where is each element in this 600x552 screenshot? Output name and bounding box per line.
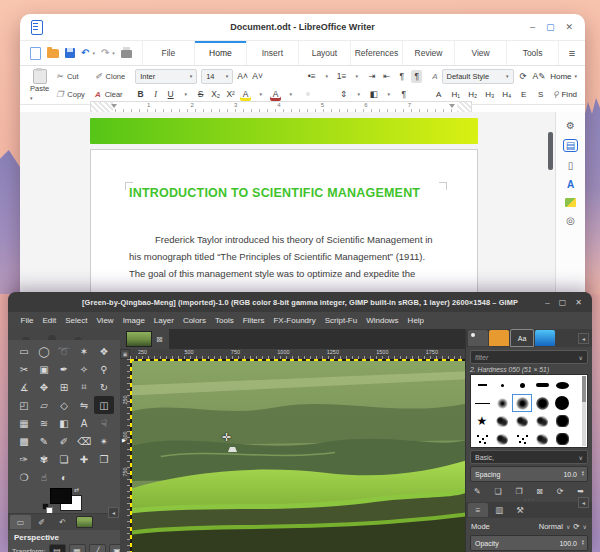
- menu-filters[interactable]: Filters: [238, 316, 269, 325]
- edit-brush-button[interactable]: ✎: [474, 487, 481, 496]
- opacity-spinner[interactable]: ▴▾: [579, 540, 587, 545]
- gimp-titlebar[interactable]: [Green-by-Qingbao-Meng] (imported)-1.0 (…: [8, 292, 592, 312]
- paintbrush-tool[interactable]: ✐: [54, 432, 74, 450]
- seamless-clone-tool[interactable]: ☟: [94, 414, 114, 432]
- transform-layer-button[interactable]: ▤: [49, 544, 66, 552]
- font-color-dropdown[interactable]: ▾: [285, 88, 296, 101]
- strikethrough-button[interactable]: S: [195, 88, 206, 101]
- brush-item[interactable]: [512, 412, 532, 430]
- decrease-indent-button[interactable]: ⇤: [381, 70, 392, 83]
- menu-layer[interactable]: Layer: [149, 316, 178, 325]
- undo-button[interactable]: ↶: [81, 48, 89, 58]
- sidebar-styles-icon[interactable]: A: [567, 179, 574, 190]
- brush-filter-input[interactable]: filter ∨: [470, 350, 588, 364]
- menu-script-fu[interactable]: Script-Fu: [320, 316, 361, 325]
- warp-transform-tool[interactable]: ≋: [34, 414, 54, 432]
- channels-tab[interactable]: ▥: [489, 503, 509, 517]
- find-button[interactable]: ⚲Find: [550, 86, 577, 102]
- tab-tools[interactable]: Tools: [506, 41, 558, 65]
- brush-item[interactable]: [532, 376, 552, 394]
- menu-view[interactable]: View: [92, 316, 118, 325]
- paths-tool[interactable]: ✒: [54, 360, 74, 378]
- menu-file[interactable]: File: [16, 316, 38, 325]
- patterns-tab[interactable]: [489, 330, 509, 346]
- transform-selection-button[interactable]: ▦: [69, 544, 86, 552]
- copy-button[interactable]: ❐Copy: [56, 86, 85, 102]
- rotate-tool[interactable]: ↻: [94, 378, 114, 396]
- gradient-tool[interactable]: ▩: [14, 432, 34, 450]
- tab-references[interactable]: References: [350, 41, 402, 65]
- brush-item[interactable]: [472, 394, 492, 412]
- foreground-color-swatch[interactable]: [50, 488, 72, 504]
- tab-insert[interactable]: Insert: [246, 41, 298, 65]
- document-area[interactable]: INTRODUCTION TO SCIENTIFIC MANAGEMENT Fr…: [20, 112, 555, 296]
- paragraph-settings-button[interactable]: ¶: [398, 88, 409, 101]
- brush-list-scrollbar[interactable]: [582, 376, 586, 446]
- crop-tool[interactable]: ⌗: [74, 378, 94, 396]
- brush-item[interactable]: [552, 412, 572, 430]
- ruler-corner-button[interactable]: ▣: [120, 349, 130, 359]
- update-style-button[interactable]: ⟳: [518, 70, 529, 83]
- writer-vertical-scrollbar[interactable]: [548, 132, 553, 170]
- save-button[interactable]: [65, 48, 75, 58]
- transform-path-button[interactable]: ╱: [89, 544, 106, 552]
- increase-font-size-button[interactable]: A˄: [237, 70, 248, 83]
- handle-transform-tool[interactable]: ◇: [54, 396, 74, 414]
- gimp-close-button[interactable]: ✕: [575, 298, 582, 307]
- select-by-color-tool[interactable]: ❖: [94, 342, 114, 360]
- gimp-minimize-button[interactable]: –: [545, 298, 549, 307]
- tab-layout[interactable]: Layout: [298, 41, 350, 65]
- print-button[interactable]: [121, 50, 132, 58]
- menu-tools[interactable]: Tools: [211, 316, 239, 325]
- scale-tool[interactable]: ◰: [14, 396, 34, 414]
- numbered-list-button[interactable]: 1≡: [336, 70, 347, 83]
- blur-sharpen-tool[interactable]: ❍: [14, 468, 34, 486]
- dodge-burn-tool[interactable]: ◐: [54, 468, 74, 486]
- brush-item[interactable]: [552, 394, 572, 412]
- document-page[interactable]: INTRODUCTION TO SCIENTIFIC MANAGEMENT Fr…: [90, 149, 478, 296]
- brush-hardness-050[interactable]: [512, 394, 532, 412]
- mode-switch-chevron-icon[interactable]: ∨: [583, 523, 587, 530]
- refresh-brushes-button[interactable]: ⟳: [557, 487, 564, 496]
- clone-formatting-button[interactable]: ✐Clone: [95, 68, 125, 84]
- tab-review[interactable]: Review: [402, 41, 454, 65]
- clear-formatting-button[interactable]: AClear: [95, 86, 125, 102]
- menu-colors[interactable]: Colors: [178, 316, 210, 325]
- bucket-fill-tool[interactable]: ◧: [54, 414, 74, 432]
- scissors-select-tool[interactable]: ✂: [14, 360, 34, 378]
- layers-dock-menu-button[interactable]: ◂: [578, 497, 589, 508]
- brush-item[interactable]: [492, 394, 512, 412]
- highlight-color-dropdown[interactable]: ▾: [255, 88, 266, 101]
- gimp-restore-button[interactable]: ▢: [559, 298, 567, 307]
- align-right-button[interactable]: [322, 92, 326, 96]
- redo-dropdown[interactable]: ▾: [112, 51, 115, 56]
- bullet-list-dropdown[interactable]: ▾: [321, 70, 332, 83]
- ellipse-select-tool[interactable]: ◯: [34, 342, 54, 360]
- tab-view[interactable]: View: [454, 41, 506, 65]
- menu-fx-foundry[interactable]: FX-Foundry: [269, 316, 320, 325]
- edit-style-button[interactable]: A✎: [533, 70, 546, 83]
- bold-button[interactable]: B: [135, 88, 146, 101]
- highlight-color-button[interactable]: A: [240, 88, 251, 101]
- clone-tool[interactable]: ❏: [54, 450, 74, 468]
- brush-item[interactable]: [532, 430, 552, 448]
- menu-help[interactable]: Help: [403, 316, 428, 325]
- font-color-button[interactable]: A: [270, 88, 281, 101]
- flip-tool[interactable]: ⇋: [74, 396, 94, 414]
- mode-switch-button[interactable]: ⟳: [573, 522, 579, 531]
- sidebar-gallery-icon[interactable]: [565, 198, 576, 207]
- line-spacing-button[interactable]: ⇕: [338, 88, 349, 101]
- layer-mode-select[interactable]: Normal: [539, 522, 563, 531]
- delete-brush-button[interactable]: ⊠: [536, 487, 543, 496]
- open-brush-as-image-button[interactable]: ➥: [577, 487, 584, 496]
- sidebar-navigator-icon[interactable]: ◎: [566, 215, 575, 226]
- increase-indent-button[interactable]: ⇥: [366, 70, 377, 83]
- sidebar-properties-icon[interactable]: ▤: [563, 139, 578, 152]
- new-brush-button[interactable]: ❏: [494, 487, 501, 496]
- heading1-style-button[interactable]: H₁: [449, 90, 462, 99]
- shear-tool[interactable]: ▱: [34, 396, 54, 414]
- zoom-tool[interactable]: ⚲: [94, 360, 114, 378]
- left-dock-menu-button[interactable]: ◂: [108, 507, 119, 518]
- perspective-clone-tool[interactable]: ❐: [94, 450, 114, 468]
- brush-item[interactable]: [532, 412, 552, 430]
